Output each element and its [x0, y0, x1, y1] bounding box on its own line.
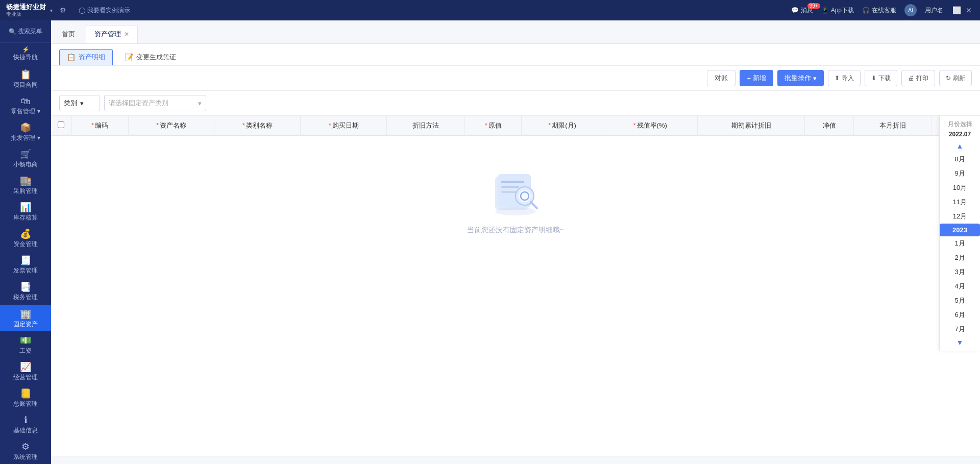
- select-all-checkbox[interactable]: [58, 121, 64, 128]
- sidebar-item-basic-info[interactable]: ℹ 基础信息: [0, 411, 51, 437]
- month-item-4[interactable]: 4月: [940, 279, 980, 294]
- top-bar-right: 💬 消息 99+ 📱 App下载 🎧 在线客服 Ai 用户名 ⬜ ✕: [791, 4, 974, 16]
- month-item-12[interactable]: 12月: [940, 209, 980, 224]
- table-header-original-value: *原值: [465, 116, 522, 136]
- sidebar-item-finance[interactable]: 💰 资金管理: [0, 225, 51, 252]
- month-item-8[interactable]: 8月: [940, 152, 980, 166]
- month-item-1[interactable]: 1月: [940, 236, 980, 251]
- asset-detail-tab-icon: 📋: [67, 53, 76, 61]
- tab-close-icon[interactable]: ✕: [124, 31, 129, 38]
- refresh-button[interactable]: ↻ 刷新: [939, 70, 972, 86]
- table-header-category-name: *类别名称: [214, 116, 301, 136]
- month-nav-up-btn[interactable]: ▲: [954, 140, 966, 152]
- sidebar-basic-info-label: 基础信息: [13, 427, 38, 434]
- quicknav-icon: ⚡: [22, 46, 30, 53]
- category-label: 类别: [64, 99, 77, 108]
- sidebar-wholesale-label: 批发管理 ▾: [11, 134, 40, 141]
- empty-icon: [485, 166, 546, 217]
- app-logo: 畅捷通好业财 专业版: [6, 3, 46, 17]
- sidebar-item-invoice[interactable]: 🧾 发票管理: [0, 252, 51, 278]
- message-icon: 💬: [791, 7, 799, 14]
- month-item-year-2023[interactable]: 2023: [940, 224, 980, 236]
- month-item-7[interactable]: 7月: [940, 322, 980, 336]
- batch-arrow-icon: ▾: [813, 75, 817, 82]
- sub-tab-change-voucher[interactable]: 📝 变更生成凭证: [117, 49, 184, 65]
- sidebar: 🔍 搜索菜单 ⚡ 快捷导航 📋 项目合同 🛍 零售管理 ▾ 📦 批发管理 ▾ 🛒…: [0, 20, 51, 464]
- download-button[interactable]: ⬇ 下载: [865, 70, 897, 86]
- change-voucher-tab-icon: 📝: [125, 53, 133, 61]
- sidebar-item-retail[interactable]: 🛍 零售管理 ▾: [0, 92, 51, 118]
- sidebar-item-wholesale[interactable]: 📦 批发管理 ▾: [0, 118, 51, 145]
- sidebar-item-purchase[interactable]: 🏬 采购管理: [0, 172, 51, 198]
- app-download-button[interactable]: 📱 App下载: [821, 6, 854, 15]
- sidebar-item-ecommerce[interactable]: 🛒 小畅电商: [0, 145, 51, 172]
- month-year-label: 2022.07: [949, 130, 971, 140]
- top-bar: 畅捷通好业财 专业版 ▾ ⚙ ◯ 我要看实例演示 💬 消息 99+ 📱 App下…: [0, 0, 980, 20]
- online-service-button[interactable]: 🎧 在线客服: [862, 6, 896, 15]
- finance-icon: 💰: [20, 228, 31, 239]
- add-icon: +: [747, 75, 751, 82]
- bottom-scrollbar[interactable]: [51, 456, 980, 464]
- sub-tab-asset-detail[interactable]: 📋 资产明细: [59, 49, 113, 65]
- reconcile-button[interactable]: 对账: [707, 70, 736, 86]
- sidebar-item-inventory[interactable]: 📊 库存核算: [0, 198, 51, 225]
- sidebar-item-operation[interactable]: 📈 经营管理: [0, 358, 51, 384]
- sidebar-item-quicknav[interactable]: ⚡ 快捷导航: [0, 43, 51, 65]
- app-dropdown-btn[interactable]: ▾: [50, 8, 53, 13]
- month-item-11[interactable]: 11月: [940, 195, 980, 209]
- window-controls: ⬜ ✕: [951, 5, 974, 15]
- table-header-purchase-date: *购买日期: [301, 116, 387, 136]
- add-button[interactable]: + 新增: [740, 70, 773, 86]
- toolbar: 对账 + 新增 批量操作 ▾ ⬆ 导入 ⬇ 下载: [51, 66, 980, 91]
- table-container[interactable]: *编码 *资产名称 *类别名称 *购买日期 折旧方法 *原值 *期限(月) *残…: [51, 116, 980, 456]
- user-name[interactable]: 用户名: [925, 6, 943, 15]
- sidebar-item-system[interactable]: ⚙ 系统管理: [0, 437, 51, 464]
- settings-icon[interactable]: ⚙: [60, 6, 66, 14]
- svg-rect-3: [501, 181, 524, 183]
- svg-rect-4: [501, 186, 519, 188]
- month-item-9[interactable]: 9月: [940, 166, 980, 181]
- basic-info-icon: ℹ: [24, 414, 28, 426]
- tab-asset-mgmt[interactable]: 资产管理 ✕: [86, 25, 138, 43]
- table-header-checkbox[interactable]: [51, 116, 71, 136]
- month-item-10[interactable]: 10月: [940, 181, 980, 195]
- ecommerce-icon: 🛒: [20, 149, 31, 160]
- main-layout: 🔍 搜索菜单 ⚡ 快捷导航 📋 项目合同 🛍 零售管理 ▾ 📦 批发管理 ▾ 🛒…: [0, 20, 980, 464]
- project-icon: 📋: [20, 69, 31, 80]
- app-download-label: App下载: [831, 6, 854, 15]
- sidebar-item-project[interactable]: 📋 项目合同: [0, 65, 51, 92]
- import-button[interactable]: ⬆ 导入: [828, 70, 861, 86]
- category-select[interactable]: 类别 ▾: [59, 95, 100, 111]
- month-nav-down-btn[interactable]: ▼: [954, 336, 966, 349]
- sidebar-item-search[interactable]: 🔍 搜索菜单: [0, 20, 51, 43]
- batch-button[interactable]: 批量操作 ▾: [777, 70, 824, 86]
- sidebar-system-label: 系统管理: [13, 453, 38, 460]
- window-close-btn[interactable]: ✕: [964, 5, 974, 15]
- service-label: 在线客服: [872, 6, 896, 15]
- sidebar-item-tax[interactable]: 📑 税务管理: [0, 278, 51, 305]
- month-panel-title: 月份选择: [948, 118, 972, 130]
- download-icon: ⬇: [871, 75, 876, 82]
- system-icon: ⚙: [21, 441, 30, 452]
- sidebar-item-ledger[interactable]: 📒 总账管理: [0, 384, 51, 411]
- message-button[interactable]: 💬 消息 99+: [791, 6, 813, 15]
- table-header-period-accum-depreciation: 期初累计折旧: [697, 116, 805, 136]
- month-item-5[interactable]: 5月: [940, 294, 980, 308]
- tab-asset-mgmt-label: 资产管理: [94, 30, 121, 39]
- sidebar-ledger-label: 总账管理: [13, 400, 38, 407]
- month-item-6[interactable]: 6月: [940, 308, 980, 322]
- sidebar-invoice-label: 发票管理: [13, 267, 38, 274]
- month-item-2[interactable]: 2月: [940, 251, 980, 265]
- print-button[interactable]: 🖨 打印: [901, 70, 935, 86]
- tab-home[interactable]: 首页: [53, 25, 84, 43]
- sidebar-operation-label: 经营管理: [13, 374, 38, 381]
- service-icon: 🎧: [862, 7, 870, 14]
- wholesale-icon: 📦: [20, 122, 31, 133]
- sidebar-item-fixed-assets[interactable]: 🏢 固定资产: [0, 305, 51, 331]
- sidebar-item-salary[interactable]: 💵 工资: [0, 331, 51, 358]
- category-input[interactable]: 请选择固定资产类别 ▾: [104, 95, 206, 111]
- batch-label: 批量操作: [785, 74, 811, 83]
- demo-link[interactable]: ◯ 我要看实例演示: [79, 6, 130, 15]
- month-item-3[interactable]: 3月: [940, 265, 980, 279]
- window-maximize-btn[interactable]: ⬜: [951, 5, 962, 15]
